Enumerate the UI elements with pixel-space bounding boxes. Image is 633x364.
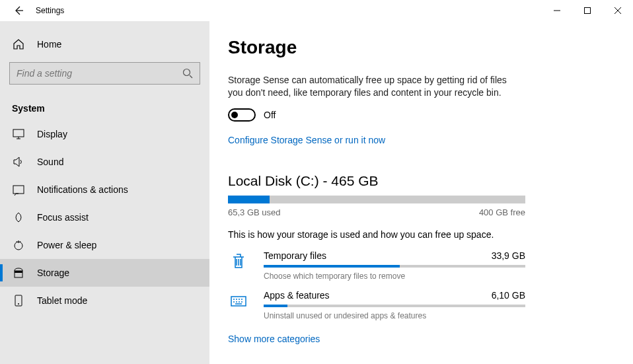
search-input[interactable] [17,68,182,79]
svg-rect-9 [231,297,246,306]
sidebar-item-power-sleep[interactable]: Power & sleep [0,231,209,259]
nav-icon [12,267,25,279]
storage-sense-toggle-row: Off [228,108,612,122]
keyboard-icon [228,290,249,311]
sidebar-item-label: Sound [37,157,63,167]
disk-usage-bar [228,196,525,203]
sidebar-home-label: Home [37,39,61,50]
sidebar-home[interactable]: Home [0,32,209,57]
category-bar [264,265,525,268]
category-size: 6,10 GB [492,290,525,301]
category-name: Temporary files [264,250,326,261]
show-more-categories-link[interactable]: Show more categories [228,334,320,344]
category-bar [264,305,525,307]
window-title: Settings [36,6,64,15]
sidebar-item-label: Storage [37,268,69,278]
disk-title: Local Disk (C:) - 465 GB [228,173,612,189]
nav-icon [12,156,25,168]
nav-icon [12,295,25,307]
nav-icon [12,239,25,251]
category-apps-features[interactable]: Apps & features6,10 GBUninstall unused o… [228,290,525,320]
storage-sense-toggle-label: Off [264,110,276,120]
svg-rect-2 [13,129,24,137]
nav-icon [12,128,25,140]
category-subtitle: Choose which temporary files to remove [264,272,525,281]
sidebar-item-storage[interactable]: Storage [0,259,209,287]
back-button[interactable] [13,5,24,16]
nav-icon [12,211,25,223]
content: Storage Storage Sense can automatically … [209,21,633,364]
svg-rect-0 [585,8,591,14]
titlebar: Settings [0,0,633,21]
sidebar-item-label: Focus assist [37,212,89,223]
category-subtitle: Uninstall unused or undesired apps & fea… [264,311,525,320]
close-button[interactable] [603,0,633,21]
svg-rect-3 [13,186,24,194]
svg-point-1 [184,69,190,76]
maximize-button[interactable] [572,0,603,21]
storage-sense-toggle[interactable] [228,108,256,122]
category-temporary-files[interactable]: Temporary files33,9 GBChoose which tempo… [228,250,525,281]
category-name: Apps & features [264,290,330,301]
sidebar-item-label: Power & sleep [37,240,96,250]
configure-storage-sense-link[interactable]: Configure Storage Sense or run it now [228,135,612,145]
sidebar-item-label: Display [37,129,67,139]
trash-icon [228,250,249,272]
sidebar-item-tablet-mode[interactable]: Tablet mode [0,287,209,314]
storage-sense-description: Storage Sense can automatically free up … [228,74,512,99]
disk-used-label: 65,3 GB used [228,207,281,217]
sidebar-item-label: Notifications & actions [37,184,128,195]
svg-point-8 [18,303,19,305]
sidebar: Home System DisplaySoundNotifications & … [0,21,209,364]
sidebar-item-display[interactable]: Display [0,120,209,148]
search-box[interactable] [9,62,200,85]
home-icon [12,38,25,50]
category-size: 33,9 GB [492,250,525,261]
disk-usage-stats: 65,3 GB used 400 GB free [228,207,525,217]
sidebar-item-focus-assist[interactable]: Focus assist [0,203,209,231]
disk-free-label: 400 GB free [479,207,525,217]
svg-rect-6 [15,271,22,273]
sidebar-item-notifications-actions[interactable]: Notifications & actions [0,176,209,203]
usage-description: This is how your storage is used and how… [228,229,612,240]
nav-icon [12,184,25,196]
minimize-button[interactable] [542,0,572,21]
sidebar-item-sound[interactable]: Sound [0,148,209,176]
sidebar-section-system: System [0,96,209,120]
sidebar-item-label: Tablet mode [37,295,87,306]
search-icon [182,68,193,79]
page-title: Storage [228,37,612,58]
